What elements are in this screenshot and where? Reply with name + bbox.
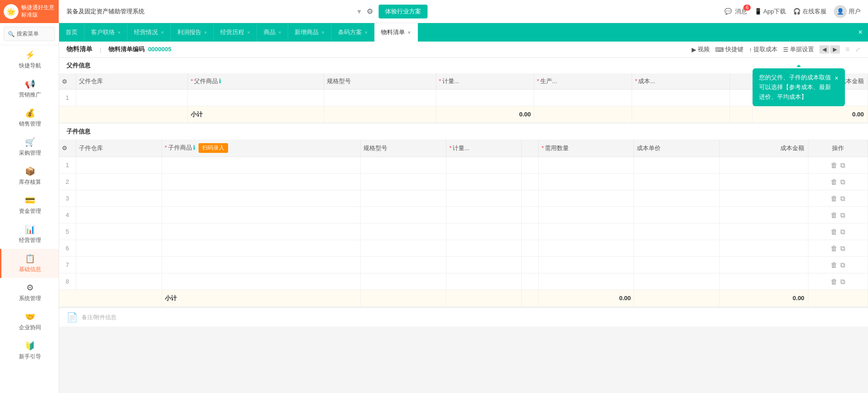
delete-row-icon[interactable]: 🗑 bbox=[831, 261, 838, 269]
online-service-link[interactable]: 🎧 在线客服 bbox=[793, 7, 826, 16]
child-row4-qty[interactable] bbox=[538, 207, 633, 224]
sidebar-item-finance[interactable]: 💳 资金管理 bbox=[0, 191, 59, 220]
view-toggle-icon[interactable]: ≡ bbox=[845, 45, 850, 54]
child-row1-warehouse[interactable] bbox=[76, 157, 162, 174]
child-row3-qty[interactable] bbox=[538, 190, 633, 207]
child-row6-warehouse[interactable] bbox=[76, 240, 162, 257]
child-row5-unit[interactable] bbox=[446, 224, 521, 240]
sidebar-item-basic-info[interactable]: 📋 基础信息 bbox=[0, 249, 59, 278]
child-row1-qty[interactable] bbox=[538, 157, 633, 174]
delete-row-icon[interactable]: 🗑 bbox=[831, 278, 838, 285]
child-row4-unit-price[interactable] bbox=[634, 207, 720, 224]
sidebar-item-enterprise[interactable]: 🤝 企业协同 bbox=[0, 307, 59, 336]
child-row8-unit[interactable] bbox=[446, 273, 521, 290]
child-row1-spec[interactable] bbox=[360, 157, 446, 174]
prev-record-btn[interactable]: ◀ bbox=[820, 45, 829, 54]
child-row6-qty[interactable] bbox=[538, 240, 633, 257]
delete-row-icon[interactable]: 🗑 bbox=[831, 194, 838, 202]
child-row5-qty[interactable] bbox=[538, 224, 633, 240]
close-tab-profit[interactable]: × bbox=[204, 30, 207, 35]
delete-row-icon[interactable]: 🗑 bbox=[831, 211, 838, 219]
sidebar-item-purchase[interactable]: 🛒 采购管理 bbox=[0, 133, 59, 162]
child-row4-goods[interactable] bbox=[162, 207, 360, 224]
delete-row-icon[interactable]: 🗑 bbox=[831, 228, 838, 236]
child-row7-goods[interactable] bbox=[162, 257, 360, 273]
copy-row-icon[interactable]: ⧉ bbox=[840, 228, 845, 236]
parent-col-settings[interactable]: ⚙ bbox=[59, 73, 76, 90]
child-row1-unit-price[interactable] bbox=[634, 157, 720, 174]
sidebar-item-operations[interactable]: 📊 经营管理 bbox=[0, 220, 59, 249]
copy-row-icon[interactable]: ⧉ bbox=[840, 244, 845, 253]
sidebar-item-guide[interactable]: 🔰 新手引导 bbox=[0, 336, 59, 365]
tab-barcode[interactable]: 条码方案 × bbox=[332, 23, 374, 42]
child-row8-qty[interactable] bbox=[538, 273, 633, 290]
child-row7-spec[interactable] bbox=[360, 257, 446, 273]
sidebar-item-system[interactable]: ⚙ 系统管理 bbox=[0, 278, 59, 307]
copy-row-icon[interactable]: ⧉ bbox=[840, 194, 845, 203]
child-row2-warehouse[interactable] bbox=[76, 174, 162, 190]
child-row3-goods[interactable] bbox=[162, 190, 360, 207]
child-row6-spec[interactable] bbox=[360, 240, 446, 257]
parent-row1-warehouse[interactable] bbox=[76, 90, 188, 106]
close-tab-business[interactable]: × bbox=[161, 30, 163, 35]
tab-goods[interactable]: 商品 × bbox=[257, 23, 288, 42]
tooltip-close-btn[interactable]: × bbox=[835, 73, 838, 83]
settings-icon[interactable]: ⚙ bbox=[367, 7, 373, 16]
child-row6-unit-price[interactable] bbox=[634, 240, 720, 257]
child-row7-warehouse[interactable] bbox=[76, 257, 162, 273]
close-tab-new-goods[interactable]: × bbox=[321, 30, 324, 35]
child-row5-spec[interactable] bbox=[360, 224, 446, 240]
delete-row-icon[interactable]: 🗑 bbox=[831, 161, 838, 169]
user-menu[interactable]: 👤 用户 bbox=[834, 5, 861, 18]
message-badge[interactable]: 💬 6 消息 bbox=[724, 7, 747, 16]
sub-header-tab1[interactable]: 物料清单 bbox=[66, 45, 92, 54]
child-row7-qty[interactable] bbox=[538, 257, 633, 273]
sidebar-item-sales[interactable]: 💰 销售管理 bbox=[0, 103, 59, 133]
close-tab-barcode[interactable]: × bbox=[365, 30, 368, 35]
tab-history[interactable]: 经营历程 × bbox=[214, 23, 257, 42]
tab-profit[interactable]: 利润报告 × bbox=[171, 23, 214, 42]
child-row8-warehouse[interactable] bbox=[76, 273, 162, 290]
close-tab-goods[interactable]: × bbox=[278, 30, 281, 35]
scan-input-btn[interactable]: 扫码录入 bbox=[199, 143, 228, 153]
child-row5-warehouse[interactable] bbox=[76, 224, 162, 240]
video-action[interactable]: ▶ 视频 bbox=[692, 45, 710, 54]
child-row7-unit[interactable] bbox=[446, 257, 521, 273]
child-row2-qty[interactable] bbox=[538, 174, 633, 190]
copy-row-icon[interactable]: ⧉ bbox=[840, 261, 845, 269]
dropdown-arrow-icon[interactable]: ▾ bbox=[357, 7, 361, 16]
parent-row1-spec[interactable] bbox=[324, 90, 436, 106]
parent-row1-cost[interactable] bbox=[632, 90, 730, 106]
child-col-settings[interactable]: ⚙ bbox=[59, 139, 76, 157]
close-all-tabs[interactable]: × bbox=[853, 28, 868, 36]
close-tab-customer[interactable]: × bbox=[118, 30, 121, 35]
close-tab-bom[interactable]: × bbox=[408, 30, 410, 35]
delete-row-icon[interactable]: 🗑 bbox=[831, 178, 838, 186]
search-button[interactable]: 🔍 搜索菜单 bbox=[4, 27, 55, 41]
child-row2-unit[interactable] bbox=[446, 174, 521, 190]
child-row1-unit[interactable] bbox=[446, 157, 521, 174]
next-record-btn[interactable]: ▶ bbox=[830, 45, 840, 54]
app-download-link[interactable]: 📱 App下载 bbox=[754, 7, 786, 16]
child-row4-spec[interactable] bbox=[360, 207, 446, 224]
sidebar-search[interactable]: 🔍 搜索菜单 bbox=[0, 23, 59, 45]
child-row2-goods[interactable] bbox=[162, 174, 360, 190]
child-row3-spec[interactable] bbox=[360, 190, 446, 207]
close-tab-history[interactable]: × bbox=[247, 30, 250, 35]
parent-row1-unit[interactable] bbox=[436, 90, 534, 106]
child-row3-warehouse[interactable] bbox=[76, 190, 162, 207]
child-row2-spec[interactable] bbox=[360, 174, 446, 190]
tab-business[interactable]: 经营情况 × bbox=[127, 23, 170, 42]
sidebar-item-quick-nav[interactable]: ⚡ 快捷导航 bbox=[0, 45, 59, 74]
child-row8-goods[interactable] bbox=[162, 273, 360, 290]
tab-customer[interactable]: 客户联络 × bbox=[84, 23, 127, 42]
child-row8-unit-price[interactable] bbox=[634, 273, 720, 290]
sidebar-item-marketing[interactable]: 📢 营销推广 bbox=[0, 74, 59, 103]
shortcut-action[interactable]: ⌨ 快捷键 bbox=[715, 45, 743, 54]
child-row4-warehouse[interactable] bbox=[76, 207, 162, 224]
child-row8-spec[interactable] bbox=[360, 273, 446, 290]
child-row2-unit-price[interactable] bbox=[634, 174, 720, 190]
child-row6-goods[interactable] bbox=[162, 240, 360, 257]
parent-row1-goods[interactable] bbox=[188, 90, 324, 106]
copy-row-icon[interactable]: ⧉ bbox=[840, 161, 845, 169]
